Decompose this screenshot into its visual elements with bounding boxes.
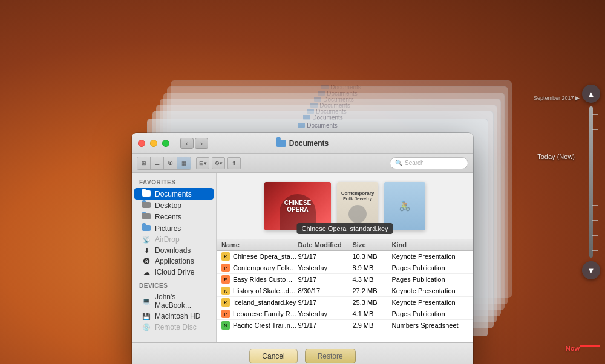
maximize-button[interactable] (162, 140, 169, 147)
file-kind-2: Pages Publication (392, 276, 469, 283)
tm-today-label: Today (Now) (537, 153, 575, 160)
sidebar-label-recents: Recents (155, 213, 182, 221)
preview-bike-image: 🚴 (384, 182, 425, 230)
file-size-0: 10.3 MB (353, 253, 392, 260)
sidebar-item-documents[interactable]: Documents (134, 188, 214, 200)
finder-sidebar: Favorites Documents Desktop Recents Pict… (132, 173, 217, 342)
file-size-6: 2.9 MB (353, 322, 392, 329)
preview-pages-jewelry[interactable]: ContemporaryFolk Jewelry (337, 182, 378, 230)
preview-keynote-text: CHINESEOPERA (284, 200, 311, 213)
preview-pages-image: ContemporaryFolk Jewelry (337, 182, 378, 230)
file-name-3: History of Skate...ds Standard.key (233, 287, 298, 294)
file-row-5[interactable]: P Lebanese Family Recipes.pages Yesterda… (217, 308, 473, 320)
file-row-0[interactable]: K Chinese Opera_standard.key 9/1/17 10.3… (217, 251, 473, 262)
file-kind-3: Keynote Presentation (392, 287, 469, 294)
file-icon-4: K (221, 298, 230, 307)
favorites-label: Favorites (132, 178, 216, 188)
share-button[interactable]: ⬆ (227, 157, 241, 169)
file-row-4[interactable]: K Iceland_standard.key 9/1/17 25.3 MB Ke… (217, 297, 473, 308)
file-list-header: Name Date Modified Size Kind (217, 239, 473, 251)
file-date-2: 9/1/17 (298, 276, 353, 283)
sidebar-label-applications: Applications (155, 257, 194, 265)
file-icon-1: P (221, 264, 230, 272)
tm-now-line (580, 345, 600, 347)
file-name-1: Contemporary Folk Jewelry.pages (233, 264, 298, 271)
file-kind-1: Pages Publication (392, 264, 469, 271)
file-name-5: Lebanese Family Recipes.pages (233, 310, 298, 317)
file-row-2[interactable]: P Easy Rides Custom Bikes.pages 9/1/17 4… (217, 274, 473, 285)
icon-view-button[interactable]: ⊞ (137, 157, 151, 169)
file-date-0: 9/1/17 (298, 253, 353, 260)
search-icon: 🔍 (395, 160, 402, 166)
tm-month-label: September 2017 ▶ (534, 95, 580, 101)
cover-flow-button[interactable]: ▦ (177, 157, 191, 169)
forward-button[interactable]: › (195, 138, 208, 149)
cancel-button[interactable]: Cancel (249, 349, 297, 363)
restore-button[interactable]: Restore (305, 349, 356, 363)
tm-up-button[interactable]: ▲ (582, 85, 600, 103)
column-size[interactable]: Size (353, 241, 392, 249)
action-button[interactable]: ⚙▾ (212, 157, 225, 169)
file-name-6: Pacific Crest Trail.numbers (233, 322, 298, 329)
file-date-1: Yesterday (298, 264, 353, 271)
file-size-1: 8.9 MB (353, 264, 392, 271)
sidebar-item-macbook[interactable]: 💻 John's MacBook... (134, 291, 214, 311)
sidebar-item-downloads[interactable]: ⬇ Downloads (134, 245, 214, 256)
sidebar-item-applications[interactable]: 🅐 Applications (134, 256, 214, 267)
sidebar-item-airdrop[interactable]: 📡 AirDrop (134, 234, 214, 245)
sidebar-label-hd: Macintosh HD (155, 312, 200, 320)
file-icon-0: K (221, 252, 230, 261)
file-row-3[interactable]: K History of Skate...ds Standard.key 8/3… (217, 285, 473, 297)
file-icon-3: K (221, 287, 230, 295)
list-view-button[interactable]: ☰ (151, 157, 164, 169)
tm-timeline (589, 106, 593, 258)
window-title: Documents (276, 139, 329, 148)
file-row-1[interactable]: P Contemporary Folk Jewelry.pages Yester… (217, 262, 473, 274)
finder-content: CHINESEOPERA ContemporaryFolk Jewelry 🚴 … (217, 173, 473, 342)
column-name[interactable]: Name (221, 241, 298, 249)
preview-keynote[interactable]: CHINESEOPERA (264, 182, 331, 230)
file-row-6[interactable]: N Pacific Crest Trail.numbers 9/1/17 2.9… (217, 320, 473, 331)
tm-down-button[interactable]: ▼ (582, 261, 600, 279)
file-icon-5: P (221, 310, 230, 318)
sidebar-item-desktop[interactable]: Desktop (134, 200, 214, 211)
file-size-4: 25.3 MB (353, 299, 392, 306)
file-icon-6: N (221, 321, 230, 330)
sidebar-label-macbook: John's MacBook... (155, 293, 206, 310)
sidebar-item-remote[interactable]: 💿 Remote Disc (134, 322, 214, 333)
preview-area: CHINESEOPERA ContemporaryFolk Jewelry 🚴 … (217, 173, 473, 239)
sidebar-label-airdrop: AirDrop (155, 235, 180, 244)
back-button[interactable]: ‹ (180, 138, 194, 149)
column-date[interactable]: Date Modified (298, 241, 353, 249)
sidebar-label-icloud: iCloud Drive (155, 268, 194, 276)
file-size-2: 4.3 MB (353, 276, 392, 283)
column-view-button[interactable]: ⦿ (164, 157, 177, 169)
search-box[interactable]: 🔍 Search (390, 157, 468, 169)
time-machine-controls: ▲ ▼ (582, 85, 600, 279)
file-kind-4: Keynote Presentation (392, 299, 469, 306)
finder-body: Favorites Documents Desktop Recents Pict… (132, 173, 473, 342)
finder-window: ‹ › Documents ⊞ ☰ ⦿ ▦ ⊟▾ ⚙▾ ⬆ 🔍 Search F… (132, 133, 473, 364)
sidebar-item-pictures[interactable]: Pictures (134, 223, 214, 234)
file-size-3: 27.2 MB (353, 287, 392, 294)
sidebar-label-pictures: Pictures (155, 224, 181, 233)
file-name-0: Chinese Opera_standard.key (233, 253, 298, 260)
file-kind-6: Numbers Spreadsheet (392, 322, 469, 329)
file-list: Name Date Modified Size Kind K Chinese O… (217, 239, 473, 331)
sidebar-label-desktop: Desktop (155, 201, 182, 210)
file-date-4: 9/1/17 (298, 299, 353, 306)
sidebar-item-recents[interactable]: Recents (134, 211, 214, 223)
arrange-button[interactable]: ⊟▾ (196, 157, 209, 169)
tm-now-label: Now (566, 345, 580, 352)
sidebar-item-icloud[interactable]: ☁ iCloud Drive (134, 267, 214, 278)
file-name-4: Iceland_standard.key (233, 299, 296, 306)
sidebar-label-documents: Documents (155, 190, 192, 198)
preview-bike[interactable]: 🚴 (384, 182, 425, 230)
column-kind[interactable]: Kind (392, 241, 469, 249)
file-kind-0: Keynote Presentation (392, 253, 469, 260)
minimize-button[interactable] (150, 140, 157, 147)
close-button[interactable] (138, 140, 145, 147)
file-name-2: Easy Rides Custom Bikes.pages (233, 276, 298, 283)
file-date-5: Yesterday (298, 310, 353, 317)
sidebar-item-hd[interactable]: 💾 Macintosh HD (134, 311, 214, 322)
